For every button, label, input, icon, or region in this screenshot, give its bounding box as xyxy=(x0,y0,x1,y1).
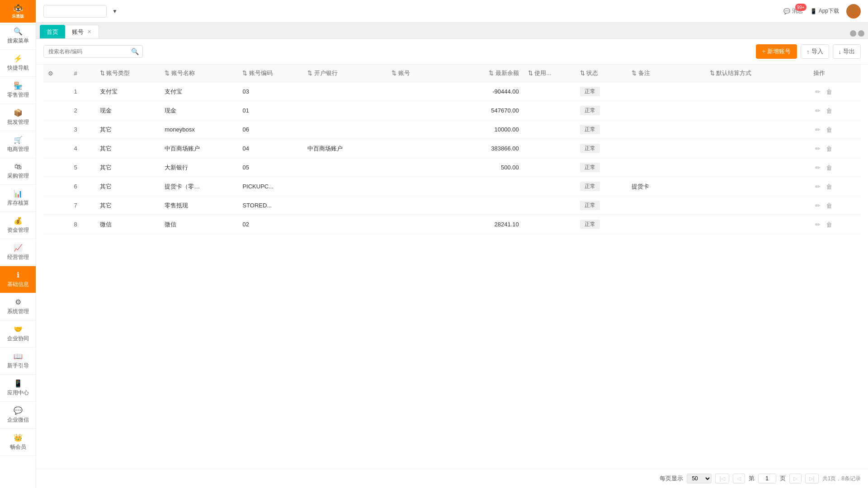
edit-button-3[interactable]: ✏ xyxy=(813,144,822,153)
last-page-button[interactable]: ▷| xyxy=(805,474,819,483)
col-header-payment[interactable]: ⇅ 默认结算方式 xyxy=(705,65,809,82)
account-table: ⚙ # ⇅ 账号类型 ⇅ 账号名称 ⇅ 账号编码 ⇅ 开户银行 xyxy=(43,65,861,234)
per-page-select[interactable]: 50 100 200 xyxy=(687,474,712,483)
maximize-button[interactable] xyxy=(858,30,864,37)
page-label: 第 xyxy=(749,474,755,483)
sidebar-item-purchase[interactable]: 🛍 采购管理 xyxy=(0,158,36,185)
sidebar-item-guide[interactable]: 📖 新手引导 xyxy=(0,347,36,375)
row-gear-3 xyxy=(43,139,69,158)
sidebar-item-label: 企业协同 xyxy=(7,335,29,343)
row-account-0 xyxy=(387,82,452,101)
row-no-7: 8 xyxy=(69,215,95,234)
col-header-note[interactable]: ⇅ 备注 xyxy=(627,65,705,82)
col-header-op: 操作 xyxy=(809,65,861,82)
edit-button-7[interactable]: ✏ xyxy=(813,220,822,229)
retail-icon: 🏪 xyxy=(14,81,23,90)
account-search-input[interactable] xyxy=(44,46,127,57)
funds-icon: 💰 xyxy=(14,216,23,225)
sidebar-item-wholesale[interactable]: 📦 批发管理 xyxy=(0,104,36,131)
export-button[interactable]: ↓ 导出 xyxy=(833,44,861,59)
col-header-balance[interactable]: ⇅ 最新余额 xyxy=(452,65,524,82)
sidebar-item-basic[interactable]: ℹ 基础信息 xyxy=(0,266,36,293)
sidebar-item-member[interactable]: 👑 畅会员 xyxy=(0,429,36,456)
minimize-button[interactable] xyxy=(850,30,856,37)
import-button[interactable]: ↑ 导入 xyxy=(801,44,829,59)
sidebar-item-enterprise-agree[interactable]: 🤝 企业协同 xyxy=(0,320,36,347)
delete-button-3[interactable]: 🗑 xyxy=(824,144,834,153)
row-bank-0 xyxy=(303,82,387,101)
sidebar-item-app-center[interactable]: 📱 应用中心 xyxy=(0,375,36,402)
col-header-gear[interactable]: ⚙ xyxy=(43,65,69,82)
edit-button-5[interactable]: ✏ xyxy=(813,182,822,191)
col-header-name[interactable]: ⇅ 账号名称 xyxy=(160,65,238,82)
tab-close-icon[interactable]: ✕ xyxy=(86,28,92,35)
edit-button-2[interactable]: ✏ xyxy=(813,125,822,134)
tab-home[interactable]: 首页 xyxy=(40,25,65,38)
delete-button-0[interactable]: 🗑 xyxy=(824,87,834,96)
next-page-button[interactable]: ▷ xyxy=(789,474,802,483)
row-no-6: 7 xyxy=(69,196,95,215)
table-row: 2 现金 现金 01 547670.00 正常 ✏ 🗑 xyxy=(43,101,861,120)
row-name-0: 支付宝 xyxy=(160,82,238,101)
content-area: 🔍 + 新增账号 ↑ 导入 ↓ 导出 ⚙ # xyxy=(36,39,868,488)
row-gear-2 xyxy=(43,120,69,139)
col-header-code[interactable]: ⇅ 账号编码 xyxy=(238,65,302,82)
delete-button-6[interactable]: 🗑 xyxy=(824,201,834,210)
tab-account[interactable]: 账号 ✕ xyxy=(65,25,99,38)
sidebar-item-quick-nav[interactable]: ⚡ 快捷导航 xyxy=(0,50,36,77)
sidebar-item-operations[interactable]: 📈 经营管理 xyxy=(0,239,36,266)
table-row: 1 支付宝 支付宝 03 -90444.00 正常 ✏ 🗑 xyxy=(43,82,861,101)
sidebar-item-enterprise-wechat[interactable]: 💬 企业微信 xyxy=(0,402,36,429)
app-download-label: App下载 xyxy=(819,7,839,15)
search-icon: 🔍 xyxy=(14,27,23,36)
topbar-dropdown[interactable]: ▼ xyxy=(112,8,118,14)
page-input[interactable] xyxy=(758,474,776,483)
app-download-button[interactable]: 📱 App下载 xyxy=(810,7,839,15)
per-page-label: 每页显示 xyxy=(660,474,683,483)
edit-button-4[interactable]: ✏ xyxy=(813,163,822,172)
edit-button-0[interactable]: ✏ xyxy=(813,87,822,96)
edit-button-1[interactable]: ✏ xyxy=(813,106,822,115)
row-type-6: 其它 xyxy=(95,196,160,215)
row-note-0 xyxy=(627,82,705,101)
message-button[interactable]: 💬 消息 99+ xyxy=(783,7,803,15)
prev-page-button[interactable]: ◁ xyxy=(733,474,745,483)
first-page-button[interactable]: |◁ xyxy=(715,474,729,483)
delete-button-7[interactable]: 🗑 xyxy=(824,220,834,229)
sidebar-item-retail[interactable]: 🏪 零售管理 xyxy=(0,77,36,104)
sidebar-item-label: 快捷导航 xyxy=(7,64,29,72)
import-label: 导入 xyxy=(811,47,823,56)
row-account-7 xyxy=(387,215,452,234)
row-balance-6 xyxy=(452,196,524,215)
operations-icon: 📈 xyxy=(14,244,23,252)
add-account-button[interactable]: + 新增账号 xyxy=(756,44,797,59)
delete-button-2[interactable]: 🗑 xyxy=(824,125,834,134)
app-center-icon: 📱 xyxy=(14,379,23,388)
sidebar-item-label: 采购管理 xyxy=(7,172,29,180)
table-row: 3 其它 moneybosx 06 10000.00 正常 ✏ 🗑 xyxy=(43,120,861,139)
col-header-status[interactable]: ⇅ 状态 xyxy=(576,65,627,82)
app-logo: 🐯 乐透版 xyxy=(0,0,36,23)
sidebar-item-inventory[interactable]: 📊 库存核算 xyxy=(0,185,36,212)
sidebar-item-system[interactable]: ⚙ 系统管理 xyxy=(0,293,36,320)
account-search-button[interactable]: 🔍 xyxy=(127,48,142,55)
sidebar-item-funds[interactable]: 💰 资金管理 xyxy=(0,212,36,239)
edit-button-6[interactable]: ✏ xyxy=(813,201,822,210)
topbar: ▼ 💬 消息 99+ 📱 App下载 xyxy=(36,0,868,23)
avatar[interactable] xyxy=(846,4,861,19)
col-header-bank[interactable]: ⇅ 开户银行 xyxy=(303,65,387,82)
row-payment-3 xyxy=(705,139,809,158)
row-name-4: 大新银行 xyxy=(160,158,238,177)
col-header-use[interactable]: ⇅ 使用... xyxy=(524,65,576,82)
sidebar-item-search[interactable]: 🔍 搜索菜单 xyxy=(0,23,36,50)
topbar-search-input[interactable] xyxy=(43,5,107,18)
col-header-account[interactable]: ⇅ 账号 xyxy=(387,65,452,82)
table-row: 8 微信 微信 02 28241.10 正常 ✏ 🗑 xyxy=(43,215,861,234)
col-header-type[interactable]: ⇅ 账号类型 xyxy=(95,65,160,82)
delete-button-5[interactable]: 🗑 xyxy=(824,182,834,191)
sidebar-item-ecommerce[interactable]: 🛒 电商管理 xyxy=(0,131,36,158)
delete-button-1[interactable]: 🗑 xyxy=(824,106,834,115)
row-payment-2 xyxy=(705,120,809,139)
delete-button-4[interactable]: 🗑 xyxy=(824,163,834,172)
row-note-4 xyxy=(627,158,705,177)
